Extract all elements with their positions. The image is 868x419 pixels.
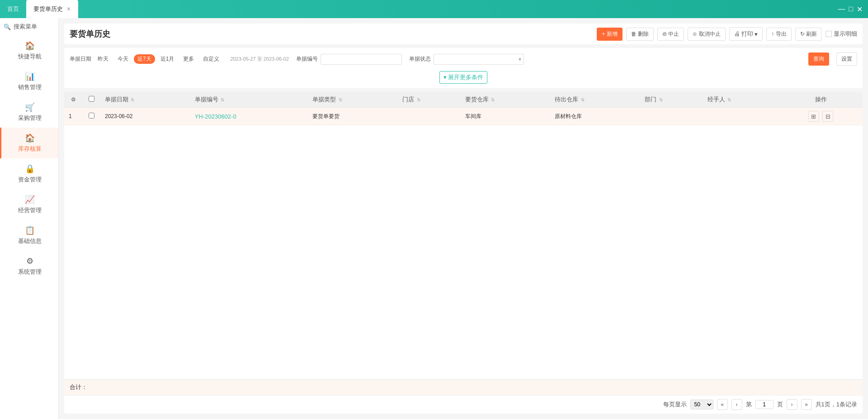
col-handler-label: 经手人 (708, 96, 725, 103)
col-date[interactable]: 单据日期 ⇅ (100, 92, 190, 108)
display-cell-label: 显示明细 (834, 30, 857, 38)
page-label: 第 (746, 400, 752, 409)
minimize-icon[interactable]: — (838, 5, 845, 13)
col-settings[interactable]: ⚙ (64, 92, 82, 108)
view-button[interactable]: ⊞ (808, 111, 819, 122)
sidebar-item-inventory[interactable]: 🏠 库存核算 (0, 128, 58, 158)
date-range-display: 2023-05-27 至 2023-06-02 (230, 56, 289, 62)
sidebar-item-basic-info[interactable]: 📋 基础信息 (0, 220, 58, 251)
tab-close-icon[interactable]: ✕ (66, 6, 71, 12)
date-opt-7days[interactable]: 近7天 (134, 54, 155, 64)
info-icon: 📋 (25, 225, 35, 235)
top-bar: 首页 要货单历史 ✕ — □ ✕ (0, 0, 868, 18)
row-checkbox[interactable] (82, 108, 100, 125)
home-icon: 🏠 (25, 41, 35, 51)
first-page-button[interactable]: « (717, 399, 728, 410)
search-icon: 🔍 (4, 24, 11, 30)
close-icon[interactable]: ✕ (857, 5, 863, 14)
gear-icon: ⚙ (26, 256, 33, 266)
sidebar-item-finance[interactable]: 🔒 资金管理 (0, 158, 58, 189)
next-page-button[interactable]: › (787, 399, 797, 410)
docno-label: 单据编号 (296, 55, 318, 63)
row-docno[interactable]: YH-20230602-0 (190, 108, 308, 125)
status-input[interactable] (434, 54, 524, 65)
sidebar-item-operations[interactable]: 📈 经营管理 (0, 189, 58, 220)
table-body: 1 2023-06-02 YH-20230602-0 要货单要货 车间库 原材料… (64, 108, 863, 125)
chart-icon: 📊 (25, 71, 35, 81)
search-menu[interactable]: 🔍 搜索菜单 (0, 18, 58, 35)
edit-button[interactable]: ⊟ (822, 111, 833, 122)
docno-filter: 单据编号 (296, 54, 402, 65)
sidebar-item-sales[interactable]: 📊 销售管理 (0, 66, 58, 97)
select-all-checkbox[interactable] (89, 96, 94, 102)
display-cell-checkbox[interactable] (826, 31, 832, 37)
delete-button[interactable]: 🗑 删除 (626, 28, 654, 41)
col-docno-label: 单据编号 (195, 96, 218, 103)
stop-button[interactable]: ⊘ 中止 (657, 28, 684, 41)
row-select-checkbox[interactable] (89, 113, 94, 119)
date-opt-more[interactable]: 更多 (179, 54, 198, 64)
page-header: 要货单历史 + 新增 🗑 删除 ⊘ 中止 ⊙ 取消中止 🖨 打印 ▾ ↑ 导出 … (64, 24, 863, 44)
filter-area: 单据日期 昨天 今天 近7天 近1月 更多 自定义 2023-05-27 至 2… (64, 48, 863, 88)
date-filter: 单据日期 昨天 今天 近7天 近1月 更多 自定义 (70, 54, 223, 64)
sidebar-item-label: 库存核算 (18, 145, 42, 153)
setting-button[interactable]: 设置 (836, 52, 857, 66)
page-input[interactable] (755, 400, 774, 409)
tab-home[interactable]: 首页 (0, 0, 26, 18)
new-button[interactable]: + 新增 (597, 28, 622, 41)
row-store (398, 108, 460, 125)
row-index: 1 (64, 108, 82, 125)
col-reqwarehouse[interactable]: 要货仓库 ⇅ (461, 92, 551, 108)
table-row: 1 2023-06-02 YH-20230602-0 要货单要货 车间库 原材料… (64, 108, 863, 125)
print-button[interactable]: 🖨 打印 ▾ (729, 27, 763, 41)
sidebar-item-system[interactable]: ⚙ 系统管理 (0, 251, 58, 281)
col-docno[interactable]: 单据编号 ⇅ (190, 92, 308, 108)
page-title: 要货单历史 (70, 29, 110, 39)
sort-pendingwarehouse-icon: ⇅ (581, 97, 585, 102)
col-pendingwarehouse[interactable]: 待出仓库 ⇅ (550, 92, 640, 108)
query-button[interactable]: 查询 (808, 52, 829, 66)
total-info: 共1页，1条记录 (816, 400, 857, 409)
table-footer: 合计： (64, 379, 863, 395)
date-opt-custom[interactable]: 自定义 (199, 54, 223, 64)
status-label: 单据状态 (409, 55, 431, 63)
col-handler[interactable]: 经手人 ⇅ (703, 92, 779, 108)
date-label: 单据日期 (70, 55, 91, 63)
sidebar-item-label: 系统管理 (18, 268, 42, 276)
expand-button[interactable]: ▾ 展开更多条件 (439, 71, 488, 84)
export-button[interactable]: ↑ 导出 (766, 28, 791, 41)
row-handler (703, 108, 779, 125)
page-size-select[interactable]: 20 50 100 200 (690, 400, 713, 409)
content-area: 要货单历史 + 新增 🗑 删除 ⊘ 中止 ⊙ 取消中止 🖨 打印 ▾ ↑ 导出 … (59, 18, 868, 419)
cancel-stop-button[interactable]: ⊙ 取消中止 (688, 28, 725, 41)
date-options: 昨天 今天 近7天 近1月 更多 自定义 (94, 54, 223, 64)
col-doctype[interactable]: 单据类型 ⇅ (308, 92, 398, 108)
date-opt-yesterday[interactable]: 昨天 (94, 54, 112, 64)
tab-home-label: 首页 (7, 5, 19, 13)
expand-label: ▾ 展开更多条件 (443, 73, 484, 81)
cart-icon: 🛒 (25, 102, 35, 112)
last-page-button[interactable]: » (801, 399, 812, 410)
sidebar-item-label: 采购管理 (18, 114, 42, 122)
date-opt-1month[interactable]: 近1月 (157, 54, 178, 64)
sidebar-item-label: 基础信息 (18, 237, 42, 245)
sort-store-icon: ⇅ (417, 97, 420, 102)
tab-yaohuodan[interactable]: 要货单历史 ✕ (26, 0, 78, 18)
row-docno-link[interactable]: YH-20230602-0 (195, 113, 236, 120)
col-store[interactable]: 门店 ⇅ (398, 92, 460, 108)
display-cell-toggle[interactable]: 显示明细 (826, 30, 857, 38)
sidebar-item-purchase[interactable]: 🛒 采购管理 (0, 97, 58, 128)
prev-page-button[interactable]: ‹ (731, 399, 742, 410)
docno-input[interactable] (321, 54, 402, 65)
sidebar-item-quick-nav[interactable]: 🏠 快捷导航 (0, 35, 58, 66)
refresh-button[interactable]: ↻ 刷新 (795, 28, 822, 41)
sort-handler-icon: ⇅ (727, 97, 731, 102)
col-reqwarehouse-label: 要货仓库 (465, 96, 489, 103)
maximize-icon[interactable]: □ (849, 5, 853, 13)
sidebar-item-label: 快捷导航 (18, 52, 42, 61)
sort-date-icon: ⇅ (131, 97, 134, 102)
col-dept[interactable]: 部门 ⇅ (640, 92, 703, 108)
date-opt-today[interactable]: 今天 (114, 54, 132, 64)
table-area: ⚙ 单据日期 ⇅ 单据编号 ⇅ 单据类型 (64, 92, 863, 414)
row-pendingwarehouse: 原材料仓库 (550, 108, 640, 125)
